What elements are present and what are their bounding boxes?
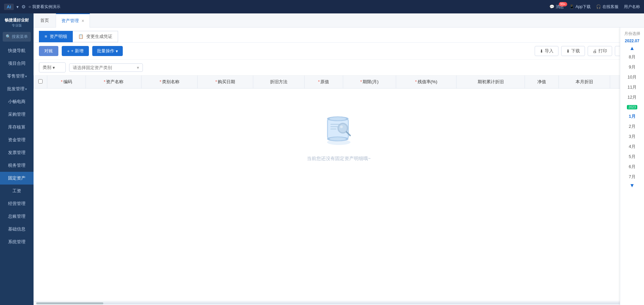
- month-item-5[interactable]: 5月: [620, 152, 644, 162]
- sidebar-item-retail[interactable]: 零售管理 ▾: [0, 70, 34, 83]
- sidebar-item-tax[interactable]: 税务管理: [0, 159, 34, 172]
- tab-home-label: 首页: [40, 17, 49, 23]
- svg-point-8: [339, 124, 347, 132]
- voucher-icon: 📋: [78, 34, 84, 39]
- sub-tab-detail[interactable]: ≡ 资产明细: [39, 31, 73, 42]
- sidebar-item-basic[interactable]: 基础信息: [0, 223, 34, 236]
- sidebar-item-project[interactable]: 项目合同: [0, 57, 34, 70]
- online-service-button[interactable]: 🎧 在线客服: [596, 4, 619, 10]
- category-label: 类别: [43, 64, 51, 70]
- app-label: App下载: [576, 4, 591, 10]
- batch-ops-button[interactable]: 批量操作 ▾: [92, 46, 123, 56]
- sidebar-item-ecommerce[interactable]: 小畅电商: [0, 95, 34, 108]
- month-panel-title: 月份选择: [624, 28, 640, 38]
- col-accumulated: 期初累计折旧: [457, 75, 525, 89]
- app-download-button[interactable]: 📱 App下载: [569, 4, 591, 10]
- svg-point-4: [329, 117, 346, 120]
- month-panel: 月份选择 2022.07 ▲ 8月 9月 10月 11月 12月 2023 1月…: [620, 28, 644, 305]
- demo-label: 我要看实例演示: [32, 4, 60, 10]
- svg-point-9: [340, 125, 343, 128]
- month-up-arrow[interactable]: ▲: [630, 45, 635, 52]
- tab-asset-mgmt[interactable]: 资产管理 ×: [56, 13, 90, 28]
- download-icon: ⬇: [566, 49, 570, 54]
- col-original-value: *原值: [304, 75, 343, 89]
- sidebar-search[interactable]: 🔍 搜索菜单: [3, 32, 31, 42]
- demo-circle-icon: ○: [29, 4, 31, 9]
- svg-point-6: [329, 137, 346, 141]
- month-item-10[interactable]: 10月: [620, 72, 644, 82]
- detail-icon: ≡: [45, 34, 47, 39]
- scroll-bar[interactable]: [34, 301, 644, 305]
- col-name: *资产名称: [86, 75, 141, 89]
- sidebar-item-label: 库存核算: [8, 124, 25, 130]
- sidebar-item-inventory[interactable]: 库存核算: [0, 121, 34, 134]
- reconcile-button[interactable]: 对账: [39, 46, 58, 56]
- month-item-4[interactable]: 4月: [620, 142, 644, 152]
- add-button[interactable]: + + 新增: [62, 46, 89, 56]
- sidebar-item-label: 批发管理: [7, 86, 24, 92]
- month-item-11[interactable]: 11月: [620, 82, 644, 92]
- print-button[interactable]: 🖨 打印: [588, 46, 612, 56]
- download-button[interactable]: ⬇ 下载: [561, 46, 585, 56]
- service-label: 在线客服: [602, 4, 619, 10]
- demo-link[interactable]: ○ 我要看实例演示: [29, 4, 60, 10]
- col-checkbox: [34, 75, 47, 89]
- arrow-icon: ▾: [25, 87, 27, 91]
- top-bar-right: 💬 消息 99+ 📱 App下载 🎧 在线客服 用户名称: [549, 4, 640, 10]
- tab-home[interactable]: 首页: [34, 13, 56, 28]
- month-item-8[interactable]: 8月: [620, 52, 644, 62]
- import-label: 导入: [545, 48, 553, 54]
- message-button[interactable]: 💬 消息 99+: [549, 4, 564, 10]
- sidebar-item-finance[interactable]: 资金管理: [0, 134, 34, 146]
- tab-close-icon[interactable]: ×: [82, 18, 84, 23]
- category-select[interactable]: 类别 ▾: [39, 62, 66, 72]
- month-item-3[interactable]: 3月: [620, 132, 644, 142]
- sidebar-item-label: 零售管理: [7, 73, 24, 79]
- col-residual-rate: *残值率(%): [396, 75, 457, 89]
- sidebar-item-quicknav[interactable]: 快捷导航: [0, 44, 34, 57]
- sidebar-item-operations[interactable]: 经营管理: [0, 197, 34, 210]
- sidebar-item-label: 项目合同: [8, 60, 25, 66]
- filter-dropdown-icon: ▾: [53, 65, 55, 70]
- sidebar-item-ledger[interactable]: 总账管理: [0, 210, 34, 223]
- sidebar-item-purchase[interactable]: 采购管理: [0, 108, 34, 121]
- empty-state: 当前您还没有固定资产明细哦~: [34, 89, 644, 182]
- month-item-6[interactable]: 6月: [620, 162, 644, 172]
- company-name[interactable]: Ai: [4, 4, 14, 10]
- sub-tab-voucher[interactable]: 📋 变更生成凭证: [72, 31, 118, 42]
- settings-icon[interactable]: ⚙: [21, 4, 26, 9]
- sidebar-item-salary[interactable]: 工资: [0, 185, 34, 197]
- month-item-7-current[interactable]: 7月: [620, 172, 644, 182]
- dropdown-icon[interactable]: ▾: [16, 4, 19, 9]
- month-item-1[interactable]: 1月: [620, 111, 644, 121]
- batch-ops-label: 批量操作: [97, 48, 114, 54]
- filter-row: 类别 ▾ ▾: [34, 60, 644, 75]
- sidebar-item-label: 总账管理: [8, 213, 25, 219]
- toolbar: 对账 + + 新增 批量操作 ▾ ⬇ 导入 ⬇ 下载: [34, 43, 644, 60]
- month-item-12[interactable]: 12月: [620, 92, 644, 102]
- search-icon: 🔍: [6, 34, 11, 39]
- sidebar-item-label: 基础信息: [8, 226, 25, 232]
- assets-table: *编码 *资产名称 *类别名称 *购买日期 折旧方法 *原值 *期限(月) *残…: [34, 75, 644, 89]
- ai-label: Ai: [7, 4, 11, 9]
- import-button[interactable]: ⬇ 导入: [535, 46, 558, 56]
- user-info[interactable]: 用户名称: [624, 4, 640, 10]
- sidebar-item-invoice[interactable]: 发票管理: [0, 146, 34, 159]
- select-all-checkbox[interactable]: [38, 79, 43, 84]
- month-down-arrow[interactable]: ▼: [630, 182, 635, 189]
- main-layout: 畅捷通好业财 专业版 🔍 搜索菜单 快捷导航 项目合同 零售管理 ▾ 批发管理: [0, 13, 644, 305]
- tab-asset-label: 资产管理: [61, 18, 79, 24]
- col-code: *编码: [47, 75, 86, 89]
- category-input[interactable]: [73, 65, 137, 70]
- sidebar-item-label: 工资: [12, 188, 21, 194]
- sidebar-item-wholesale[interactable]: 批发管理 ▾: [0, 83, 34, 95]
- sidebar-item-system[interactable]: 系统管理: [0, 236, 34, 248]
- top-bar: Ai ▾ ⚙ ○ 我要看实例演示 💬 消息 99+ 📱 App下载 🎧 在线客服…: [0, 0, 644, 13]
- add-label: + 新增: [71, 48, 84, 54]
- sidebar-item-fixed-assets[interactable]: 固定资产: [0, 172, 34, 185]
- month-item-2[interactable]: 2月: [620, 121, 644, 132]
- month-item-9[interactable]: 9月: [620, 62, 644, 72]
- year-badge: 2023: [627, 105, 637, 109]
- add-icon: +: [67, 49, 70, 54]
- input-dropdown-icon: ▾: [137, 65, 139, 70]
